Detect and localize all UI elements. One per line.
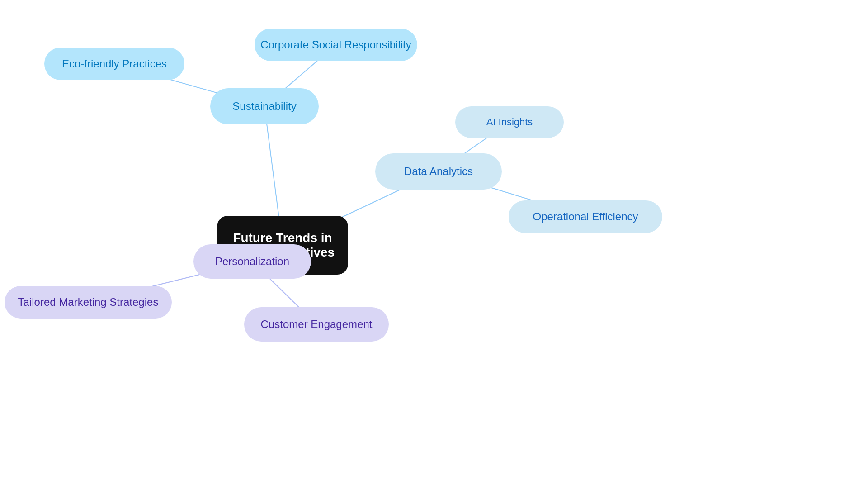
operational-efficiency-node[interactable]: Operational Efficiency (509, 200, 662, 233)
eco-node[interactable]: Eco-friendly Practices (44, 48, 184, 80)
personalization-node[interactable]: Personalization (193, 244, 311, 279)
tailored-marketing-node[interactable]: Tailored Marketing Strategies (5, 286, 172, 319)
sustainability-node[interactable]: Sustainability (210, 88, 319, 124)
ai-insights-node[interactable]: AI Insights (455, 106, 564, 138)
data-analytics-node[interactable]: Data Analytics (375, 153, 502, 190)
csr-node[interactable]: Corporate Social Responsibility (255, 29, 417, 61)
customer-engagement-node[interactable]: Customer Engagement (244, 307, 389, 342)
